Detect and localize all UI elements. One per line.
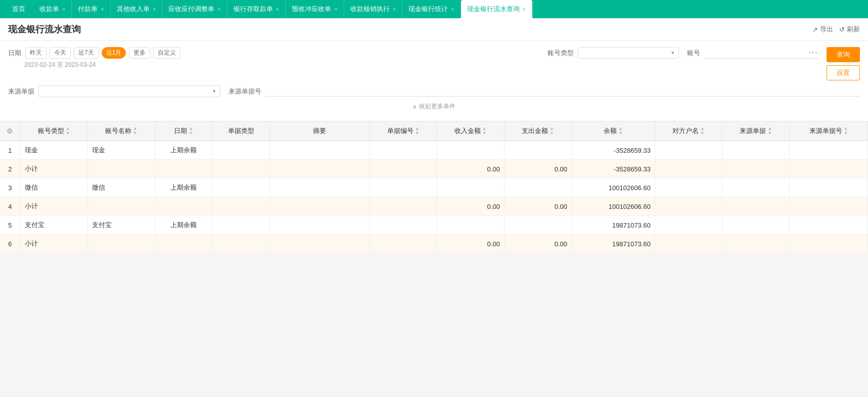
sort-expense[interactable]: 支出金额 ▲▼ [509, 126, 567, 136]
nav-home[interactable]: 首页 [4, 0, 33, 18]
table-cell: 0.00 [437, 235, 504, 253]
sort-account-type[interactable]: 账号类型 ▲▼ [25, 126, 83, 136]
table-cell: -3528659.33 [572, 141, 655, 160]
table-cell [270, 160, 370, 179]
sort-doc-no[interactable]: 单据编号 ▲▼ [374, 126, 433, 136]
table-cell [437, 141, 504, 160]
col-account-type-label: 账号类型 [38, 126, 64, 136]
table-cell [155, 197, 212, 216]
sort-account-name[interactable]: 账号名称 ▲▼ [92, 126, 151, 136]
date-range-display: 2023-02-24 至 2023-03-24 [24, 61, 180, 69]
nav-tab-yinhangcunkuan[interactable]: 银行存取款单 × [227, 0, 286, 18]
table-cell [722, 141, 790, 160]
sort-counterpart[interactable]: 对方户名 ▲▼ [659, 126, 718, 136]
sort-income[interactable]: 收入金额 ▲▼ [441, 126, 500, 136]
table-cell [212, 179, 270, 197]
nav-tab-close[interactable]: × [451, 6, 454, 12]
table-cell [504, 216, 571, 235]
sort-icon: ▲▼ [189, 126, 193, 136]
nav-tab-close[interactable]: × [62, 6, 65, 12]
table-row: 2小计0.000.00-3528659.33 [0, 160, 868, 179]
source-doc-no-input[interactable] [265, 87, 860, 95]
sort-source-doc[interactable]: 来源单据 ▲▼ [726, 126, 785, 136]
filter-area: 日期 昨天 今天 近7天 近1月 更多 自定义 2023-02-24 至 202… [0, 41, 868, 121]
export-label: 导出 [820, 25, 833, 34]
table-cell: 100102606.60 [572, 179, 655, 197]
nav-tab-close[interactable]: × [153, 6, 156, 12]
table-cell [370, 235, 437, 253]
col-expense-label: 支出金额 [522, 126, 548, 136]
table-cell [270, 179, 370, 197]
col-source-doc-no-label: 来源单据号 [809, 126, 842, 136]
col-balance-label: 余额 [604, 126, 617, 136]
table-row: 3微信微信上期余额100102606.60 [0, 179, 868, 197]
account-more-icon[interactable]: ··· [809, 48, 818, 57]
table-cell: 0.00 [504, 197, 571, 216]
table-cell [370, 197, 437, 216]
sort-date[interactable]: 日期 ▲▼ [159, 126, 208, 136]
collapse-bar[interactable]: ∧ 收起更多条件 [8, 100, 860, 115]
table-cell [212, 160, 270, 179]
table-cell: 微信 [20, 179, 87, 197]
nav-tab-close[interactable]: × [276, 6, 279, 12]
table-cell [87, 197, 155, 216]
nav-tab-close[interactable]: × [334, 6, 337, 12]
table-row: 6小计0.000.0019871073.60 [0, 235, 868, 253]
nav-tab-close[interactable]: × [101, 6, 104, 12]
table-row: 5支付宝支付宝上期余额19871073.60 [0, 216, 868, 235]
table-cell [790, 160, 868, 179]
sort-balance[interactable]: 余额 ▲▼ [576, 126, 651, 136]
table-cell [270, 141, 370, 160]
col-balance: 余额 ▲▼ [572, 121, 655, 141]
gear-icon[interactable]: ⚙ [7, 127, 13, 135]
sort-source-doc-no[interactable]: 来源单据号 ▲▼ [794, 126, 863, 136]
sort-icon: ▲▼ [415, 126, 420, 136]
date-btn-more[interactable]: 更多 [129, 47, 150, 59]
date-btn-yesterday[interactable]: 昨天 [25, 47, 47, 59]
settings-button[interactable]: 设置 [827, 65, 860, 80]
table-cell [155, 235, 212, 253]
date-btn-today[interactable]: 今天 [50, 47, 71, 59]
table-cell: 支付宝 [20, 216, 87, 235]
nav-tab-fukuandan[interactable]: 付款单 × [72, 0, 110, 18]
source-doc-select[interactable]: ▾ [38, 85, 220, 97]
nav-tab-shoukuanhexiao[interactable]: 收款核销执行 × [344, 0, 402, 18]
table-cell [437, 216, 504, 235]
nav-tab-label: 现金银行统计 [408, 5, 448, 14]
nav-tab-yushou[interactable]: 预收冲应收单 × [286, 0, 344, 18]
action-buttons: 查询 设置 [827, 47, 860, 80]
sort-icon: ▲▼ [133, 126, 138, 136]
export-button[interactable]: ↗ 导出 [812, 25, 833, 34]
collapse-up-icon: ∧ [413, 103, 417, 110]
nav-tab-close[interactable]: × [217, 6, 220, 12]
table-cell [655, 141, 722, 160]
sort-icon: ▲▼ [844, 126, 848, 136]
nav-tab-close[interactable]: × [393, 6, 396, 12]
export-icon: ↗ [812, 26, 818, 33]
table-cell [790, 141, 868, 160]
col-doc-no-label: 单据编号 [387, 126, 414, 136]
account-type-select[interactable]: ▾ [578, 47, 679, 59]
query-button[interactable]: 查询 [827, 47, 860, 62]
account-input[interactable] [704, 49, 809, 57]
nav-tab-xianjinyinhang[interactable]: 现金银行统计 × [402, 0, 461, 18]
table-cell [270, 235, 370, 253]
sort-icon: ▲▼ [66, 126, 70, 136]
nav-tab-shoukuandan[interactable]: 收款单 × [33, 0, 72, 18]
table-cell [370, 216, 437, 235]
nav-tab-liushui[interactable]: 现金银行流水查询 × [461, 0, 532, 18]
page-header: 现金银行流水查询 ↗ 导出 ↺ 刷新 [0, 18, 868, 41]
nav-tab-qitashouru[interactable]: 其他收入单 × [111, 0, 162, 18]
page-title: 现金银行流水查询 [8, 23, 81, 35]
refresh-button[interactable]: ↺ 刷新 [839, 25, 860, 34]
table-cell: -3528659.33 [572, 160, 655, 179]
table-row: 4小计0.000.00100102606.60 [0, 197, 868, 216]
top-navigation: 首页 收款单 × 付款单 × 其他收入单 × 应收应付调整单 × 银行存取款单 … [0, 0, 868, 18]
date-btn-7days[interactable]: 近7天 [74, 47, 99, 59]
nav-tab-yingshouyingfu[interactable]: 应收应付调整单 × [162, 0, 227, 18]
date-btn-1month[interactable]: 近1月 [102, 47, 126, 59]
nav-tab-close[interactable]: × [523, 6, 526, 12]
col-expense: 支出金额 ▲▼ [504, 121, 571, 141]
date-btn-custom[interactable]: 自定义 [153, 47, 180, 59]
table-cell [155, 160, 212, 179]
